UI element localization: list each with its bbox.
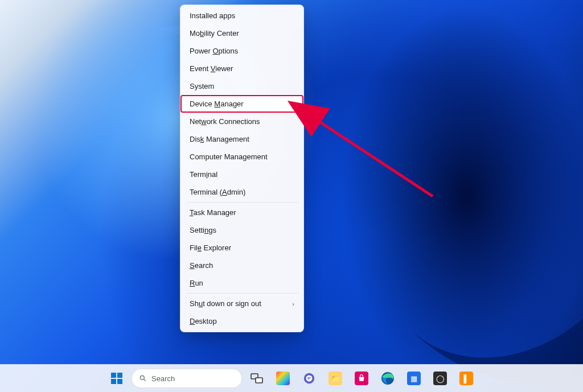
menu-item-label: Run xyxy=(190,279,203,287)
menu-item-disk-management[interactable]: Disk Management xyxy=(180,130,303,148)
menu-item-label: Terminal xyxy=(190,170,217,179)
menu-item-computer-management[interactable]: Computer Management xyxy=(180,148,303,166)
edge-icon[interactable] xyxy=(376,367,399,390)
store-icon[interactable] xyxy=(350,367,373,390)
menu-item-label: Task Manager xyxy=(190,208,236,217)
explorer-icon[interactable]: 📁 xyxy=(324,367,347,390)
app-icon-3-glyph: ▌ xyxy=(459,372,473,385)
taskview-icon-glyph xyxy=(250,372,264,385)
menu-item-label: Mobility Center xyxy=(190,29,239,38)
svg-point-7 xyxy=(306,376,313,382)
menu-item-network-connections[interactable]: Network Connections xyxy=(180,113,303,130)
explorer-icon-glyph: 📁 xyxy=(329,372,342,385)
app-icon-1[interactable]: ▦ xyxy=(403,367,425,390)
menu-item-run[interactable]: Run xyxy=(180,274,303,292)
menu-item-task-manager[interactable]: Task Manager xyxy=(180,204,303,221)
svg-line-3 xyxy=(144,379,146,381)
svg-point-2 xyxy=(140,376,144,379)
menu-item-settings[interactable]: Settings xyxy=(180,221,303,239)
menu-item-label: Network Connections xyxy=(190,117,260,126)
taskbar-search[interactable]: Search xyxy=(132,369,242,388)
app-icon-1-glyph: ▦ xyxy=(407,372,421,385)
menu-item-label: Shut down or sign out xyxy=(190,299,261,308)
menu-item-shut-down-or-sign-out[interactable]: Shut down or sign out› xyxy=(180,295,303,312)
widgets-icon[interactable] xyxy=(272,367,294,390)
menu-item-label: Computer Management xyxy=(190,152,268,161)
menu-item-search[interactable]: Search xyxy=(180,257,303,274)
menu-item-device-manager[interactable]: Device Manager xyxy=(180,95,303,113)
menu-item-terminal[interactable]: Terminal xyxy=(180,166,303,183)
chat-icon-glyph xyxy=(302,372,316,385)
windows-logo-icon xyxy=(111,373,122,384)
menu-item-desktop[interactable]: Desktop xyxy=(180,312,303,330)
menu-item-system[interactable]: System xyxy=(180,77,303,95)
search-icon xyxy=(139,374,147,382)
app-icon-2-glyph: ◯ xyxy=(433,372,447,385)
svg-rect-9 xyxy=(307,378,310,379)
start-button[interactable] xyxy=(105,367,128,390)
menu-item-terminal-admin-[interactable]: Terminal (Admin) xyxy=(180,183,303,201)
widgets-icon-glyph xyxy=(276,372,290,385)
menu-item-event-viewer[interactable]: Event Viewer xyxy=(180,60,303,77)
menu-item-label: Installed apps xyxy=(190,11,235,20)
svg-rect-5 xyxy=(256,378,262,383)
menu-item-label: Event Viewer xyxy=(190,64,233,73)
chat-icon[interactable] xyxy=(298,367,321,390)
menu-item-label: Search xyxy=(190,261,213,270)
svg-rect-8 xyxy=(307,377,311,378)
menu-item-label: Desktop xyxy=(190,317,217,325)
app-icon-3[interactable]: ▌ xyxy=(455,367,478,390)
taskbar: Search📁▦◯▌ xyxy=(0,364,583,392)
search-placeholder: Search xyxy=(151,374,175,383)
winx-context-menu: Installed appsMobility CenterPower Optio… xyxy=(180,5,304,332)
menu-item-mobility-center[interactable]: Mobility Center xyxy=(180,24,303,42)
menu-separator xyxy=(186,293,298,294)
store-icon-glyph xyxy=(355,372,368,385)
menu-separator xyxy=(186,202,298,203)
chevron-right-icon: › xyxy=(292,300,294,307)
app-icon-2[interactable]: ◯ xyxy=(429,367,451,390)
taskview-icon[interactable] xyxy=(245,367,268,390)
menu-item-label: Disk Management xyxy=(190,135,249,143)
edge-icon-glyph xyxy=(381,372,395,385)
menu-item-label: Power Options xyxy=(190,47,238,55)
menu-item-file-explorer[interactable]: File Explorer xyxy=(180,239,303,257)
menu-item-label: Device Manager xyxy=(190,100,244,108)
menu-item-label: Settings xyxy=(190,226,216,234)
menu-item-label: Terminal (Admin) xyxy=(190,188,245,196)
menu-item-installed-apps[interactable]: Installed apps xyxy=(180,7,303,24)
menu-item-label: System xyxy=(190,82,214,90)
menu-item-label: File Explorer xyxy=(190,244,231,252)
menu-item-power-options[interactable]: Power Options xyxy=(180,42,303,60)
